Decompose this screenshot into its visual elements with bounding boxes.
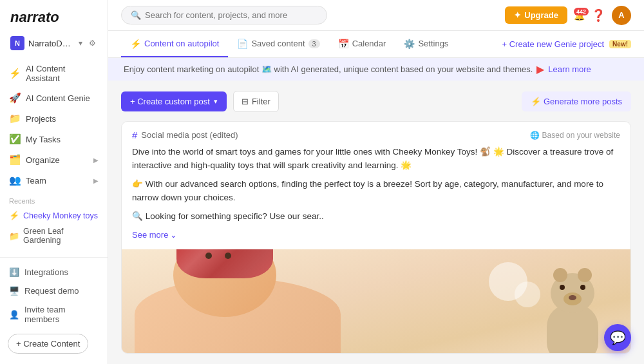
chat-support-bubble[interactable]: 💬 <box>604 324 631 351</box>
tasks-icon: ✅ <box>9 133 21 145</box>
request-demo-icon: 🖥️ <box>9 286 19 296</box>
post-type: # Social media post (edited) <box>132 129 238 140</box>
account-settings-icon[interactable]: ⚙ <box>88 37 97 49</box>
user-avatar[interactable]: A <box>612 6 631 25</box>
invite-team-item[interactable]: 👤 Invite team members <box>0 300 108 329</box>
recents-label: Recents <box>0 191 108 207</box>
globe-icon: 🌐 <box>530 131 540 140</box>
search-icon: 🔍 <box>131 10 141 20</box>
ai-assistant-icon: ⚡ <box>9 68 21 79</box>
search-box[interactable]: 🔍 <box>121 6 327 24</box>
main-content: 🔍 ✦ Upgrade 🔔 442 ❓ A ⚡ Content on autop… <box>108 0 644 364</box>
create-post-dropdown-icon: ▾ <box>214 97 218 106</box>
search-input[interactable] <box>145 10 317 20</box>
sidebar-item-ai-content-assistant[interactable]: ⚡ AI Content Assistant <box>0 59 108 88</box>
account-name: NarratoDo... <box>28 39 73 48</box>
calendar-icon: 📅 <box>338 39 349 49</box>
baby-scene-illustration <box>122 249 630 354</box>
post-body: Dive into the world of smart toys and ga… <box>122 146 630 249</box>
tab-settings[interactable]: ⚙️ Settings <box>395 31 457 57</box>
post-paragraph-3: 🔍 Looking for something specific? Use ou… <box>132 210 620 224</box>
saved-content-badge: 3 <box>308 39 320 48</box>
invite-team-icon: 👤 <box>9 310 19 320</box>
chevron-down-icon: ⌄ <box>170 229 177 242</box>
upgrade-star-icon: ✦ <box>514 10 521 20</box>
team-expand-icon: ▶ <box>93 177 99 184</box>
sidebar-item-team[interactable]: 👥 Team ▶ <box>0 170 108 191</box>
tabbar-right: + Create new Genie project New! <box>502 39 631 49</box>
see-more-link[interactable]: See more ⌄ <box>132 229 620 242</box>
teddy-bear <box>547 278 598 354</box>
post-paragraph-1: Dive into the world of smart toys and ga… <box>132 146 620 173</box>
content-toolbar: + Create custom post ▾ ⊟ Filter ⚡ Genera… <box>121 91 631 112</box>
content-area: + Create custom post ▾ ⊟ Filter ⚡ Genera… <box>108 81 644 364</box>
post-source: 🌐 Based on your website <box>530 131 620 140</box>
help-icon[interactable]: ❓ <box>591 8 605 23</box>
integrations-item[interactable]: ⬇️ Integrations <box>0 263 108 282</box>
tab-calendar[interactable]: 📅 Calendar <box>329 31 395 57</box>
create-genie-project-link[interactable]: + Create new Genie project <box>502 39 604 49</box>
learn-more-link[interactable]: Learn more <box>548 64 591 74</box>
info-banner: Enjoy content marketing on autopilot 🗺️ … <box>108 58 644 81</box>
post-type-icon: # <box>132 129 137 140</box>
upgrade-button[interactable]: ✦ Upgrade <box>505 6 567 24</box>
tab-bar: ⚡ Content on autopilot 📄 Saved content 3… <box>108 31 644 58</box>
logo-area: narrato <box>0 0 108 32</box>
chat-icon: 💬 <box>610 330 626 345</box>
sidebar-bottom: ⬇️ Integrations 🖥️ Request demo 👤 Invite… <box>0 257 108 364</box>
post-card: # Social media post (edited) 🌐 Based on … <box>121 121 631 354</box>
app-logo: narrato <box>10 9 59 25</box>
youtube-icon: ▶ <box>536 63 544 75</box>
autopilot-icon: ⚡ <box>130 39 141 49</box>
recent-item-cheeky-monkey[interactable]: ⚡ Cheeky Monkey toys <box>0 207 108 224</box>
sidebar-nav: ⚡ AI Content Assistant 🚀 AI Content Geni… <box>0 54 108 257</box>
request-demo-item[interactable]: 🖥️ Request demo <box>0 282 108 300</box>
notification-count: 442 <box>574 8 589 15</box>
sidebar: narrato N NarratoDo... ▾ ⚙ ⚡ AI Content … <box>0 0 108 364</box>
account-switcher[interactable]: N NarratoDo... ▾ ⚙ <box>4 32 104 54</box>
organize-icon: 🗂️ <box>9 154 21 166</box>
post-card-header: # Social media post (edited) 🌐 Based on … <box>122 122 630 146</box>
post-image <box>122 249 630 354</box>
tab-saved-content[interactable]: 📄 Saved content 3 <box>228 31 328 57</box>
integrations-icon: ⬇️ <box>9 267 19 277</box>
sidebar-item-organize[interactable]: 🗂️ Organize ▶ <box>0 149 108 170</box>
tab-content-on-autopilot[interactable]: ⚡ Content on autopilot <box>121 31 228 57</box>
notifications-button[interactable]: 🔔 442 <box>574 10 585 21</box>
projects-icon: 📁 <box>9 113 21 124</box>
settings-icon: ⚙️ <box>404 39 415 49</box>
recent-cheeky-icon: ⚡ <box>9 211 19 220</box>
sidebar-item-ai-content-genie[interactable]: 🚀 AI Content Genie <box>0 88 108 108</box>
ai-genie-icon: 🚀 <box>9 92 21 104</box>
create-custom-post-button[interactable]: + Create custom post ▾ <box>121 91 227 111</box>
sidebar-item-projects[interactable]: 📁 Projects <box>0 108 108 129</box>
team-icon: 👥 <box>9 175 21 186</box>
topbar-right: ✦ Upgrade 🔔 442 ❓ A <box>505 6 631 25</box>
sidebar-item-my-tasks[interactable]: ✅ My Tasks <box>0 129 108 149</box>
recent-item-green-leaf[interactable]: 📁 Green Leaf Gardening <box>0 224 108 248</box>
organize-expand-icon: ▶ <box>93 157 99 164</box>
account-expand-icon[interactable]: ▾ <box>77 37 84 49</box>
generate-more-posts-button[interactable]: ⚡ Generate more posts <box>522 91 631 111</box>
post-paragraph-2: 👉 With our advanced search options, find… <box>132 178 620 205</box>
filter-button[interactable]: ⊟ Filter <box>233 91 279 112</box>
recent-green-leaf-icon: 📁 <box>9 231 19 241</box>
topbar: 🔍 ✦ Upgrade 🔔 442 ❓ A <box>108 0 644 31</box>
banner-text: Enjoy content marketing on autopilot 🗺️ … <box>124 64 533 74</box>
create-content-button[interactable]: + Create Content <box>8 334 88 354</box>
new-badge: New! <box>609 40 631 48</box>
post-type-label: Social media post (edited) <box>141 130 238 140</box>
account-avatar: N <box>10 36 24 50</box>
saved-content-icon: 📄 <box>237 39 248 49</box>
filter-icon: ⊟ <box>242 97 249 106</box>
